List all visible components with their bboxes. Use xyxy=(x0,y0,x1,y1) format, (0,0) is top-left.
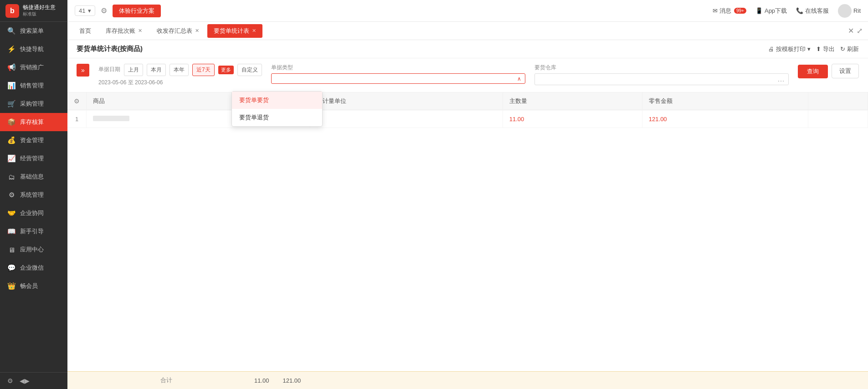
sidebar-item-finance[interactable]: 💰 资金管理 xyxy=(0,131,67,149)
export-action[interactable]: ⬆ 导出 xyxy=(816,45,835,53)
service-label: 在线客服 xyxy=(805,7,829,15)
sidebar-item-member[interactable]: 👑 畅会员 xyxy=(0,277,67,295)
tab-expand-icon[interactable]: ⤢ xyxy=(857,26,863,35)
type-input[interactable] xyxy=(275,75,517,82)
print-action[interactable]: 🖨 按模板打印 ▾ xyxy=(768,45,811,53)
export-icon: ⬆ xyxy=(816,46,821,52)
tab-label: 库存批次账 xyxy=(106,27,135,35)
topbar: 41 ▾ ⚙ 体验行业方案 ✉ 消息 99+ 📱 App下载 📞 在线客服 Ri… xyxy=(67,0,868,22)
sidebar: b 畅捷通好生意 标准版 🔍 搜索菜单 ⚡ 快捷导航 📢 营销推广 📊 销售管理… xyxy=(0,0,67,389)
product-name-placeholder xyxy=(93,116,129,121)
refresh-action[interactable]: ↻ 刷新 xyxy=(840,45,859,53)
system-icon: ⚙ xyxy=(7,191,15,199)
export-label: 导出 xyxy=(823,45,835,53)
data-table: ⚙ 商品 主计量单位 主数量 零售金额 1 块 xyxy=(67,92,868,128)
warehouse-dots-icon[interactable]: … xyxy=(777,75,785,83)
sidebar-item-marketing[interactable]: 📢 营销推广 xyxy=(0,58,67,77)
warehouse-input-row[interactable]: … xyxy=(534,73,789,85)
footer-amount: 121.00 xyxy=(283,377,301,384)
refresh-icon: ↻ xyxy=(840,46,845,52)
type-arrow-icon[interactable]: ∧ xyxy=(517,76,521,82)
tab-order-stat[interactable]: 要货单统计表 ✕ xyxy=(207,24,262,38)
warehouse-filter-label: 要货仓库 xyxy=(534,64,789,72)
sidebar-item-label: 库存核算 xyxy=(20,118,44,126)
topbar-settings-icon[interactable]: ⚙ xyxy=(101,6,107,15)
table-footer: 合计 11.00 121.00 xyxy=(67,371,868,389)
quicknav-icon: ⚡ xyxy=(7,45,15,53)
col-extra xyxy=(808,92,868,110)
filter-toggle-icon: » xyxy=(81,67,85,74)
guide-icon: 📖 xyxy=(7,227,15,235)
tab-home-label: 首页 xyxy=(79,27,91,35)
date-filter-group: 单据日期 上月 本月 本年 近7天 更多 自定义 2023-05-06 至 20… xyxy=(98,64,262,87)
sidebar-item-enterprise[interactable]: 🤝 企业协同 xyxy=(0,204,67,222)
user-item[interactable]: Rit xyxy=(838,4,861,18)
store-name: 41 xyxy=(79,7,85,14)
sidebar-item-operation[interactable]: 📈 经营管理 xyxy=(0,149,67,168)
row-quantity: 11.00 xyxy=(503,110,642,128)
tab-close-icon[interactable]: ✕ xyxy=(195,28,199,33)
row-amount: 121.00 xyxy=(642,110,808,128)
row-unit: 块 xyxy=(310,110,503,128)
logo-icon: b xyxy=(5,4,19,18)
sidebar-item-label: 快捷导航 xyxy=(20,45,44,53)
service-item[interactable]: 📞 在线客服 xyxy=(796,7,829,15)
query-button[interactable]: 查询 xyxy=(798,65,828,78)
filter-settings-button[interactable]: 设置 xyxy=(832,64,859,78)
tab-stock-batch[interactable]: 库存批次账 ✕ xyxy=(99,24,149,38)
sidebar-item-guide[interactable]: 📖 新手引导 xyxy=(0,222,67,241)
sidebar-item-system[interactable]: ⚙ 系统管理 xyxy=(0,186,67,204)
tab-close-icon[interactable]: ✕ xyxy=(138,28,142,33)
sidebar-item-appcenter[interactable]: 🖥 应用中心 xyxy=(0,241,67,259)
app-download-item[interactable]: 📱 App下载 xyxy=(755,7,787,15)
tab-close-icon[interactable]: ✕ xyxy=(252,28,256,33)
promo-button[interactable]: 体验行业方案 xyxy=(113,5,161,17)
type-dropdown: 要货单要货 要货单退货 xyxy=(231,91,323,127)
sidebar-item-inventory[interactable]: 📦 库存核算 xyxy=(0,113,67,131)
filter-bar: » 单据日期 上月 本月 本年 近7天 更多 自定义 2023-05-06 至 … xyxy=(67,58,868,92)
purchase-icon: 🛒 xyxy=(7,100,15,108)
sidebar-item-sales[interactable]: 📊 销售管理 xyxy=(0,77,67,95)
sidebar-item-basicinfo[interactable]: 🗂 基础信息 xyxy=(0,168,67,186)
filter-toggle-button[interactable]: » xyxy=(77,64,89,77)
col-quantity: 主数量 xyxy=(503,92,642,110)
sidebar-item-label: 企业协同 xyxy=(20,209,44,217)
sidebar-item-wechat[interactable]: 💬 企业微信 xyxy=(0,259,67,277)
sidebar-item-label: 新手引导 xyxy=(20,227,44,235)
avatar xyxy=(838,4,852,18)
dropdown-item-0[interactable]: 要货单要货 xyxy=(232,92,322,109)
appcenter-icon: 🖥 xyxy=(7,246,15,254)
member-icon: 👑 xyxy=(7,282,15,290)
date-btn-custom[interactable]: 自定义 xyxy=(237,64,262,76)
warehouse-input[interactable] xyxy=(539,76,777,83)
sidebar-item-purchase[interactable]: 🛒 采购管理 xyxy=(0,95,67,113)
type-input-row[interactable]: ∧ xyxy=(271,73,525,84)
sidebar-item-label: 搜索菜单 xyxy=(20,27,44,35)
app-download-icon: 📱 xyxy=(755,7,763,14)
date-more-button[interactable]: 更多 xyxy=(218,66,234,74)
tab-label: 收发存汇总表 xyxy=(157,27,192,35)
wechat-icon: 💬 xyxy=(7,264,15,272)
sidebar-item-label: 资金管理 xyxy=(20,136,44,144)
search-icon: 🔍 xyxy=(7,27,15,35)
date-btn-thismonth[interactable]: 本月 xyxy=(147,64,166,76)
tab-home[interactable]: 首页 xyxy=(73,24,98,38)
date-btn-lastmonth[interactable]: 上月 xyxy=(124,64,143,76)
marketing-icon: 📢 xyxy=(7,63,15,72)
type-filter-label: 单据类型 xyxy=(271,64,525,72)
warehouse-filter-group: 要货仓库 … xyxy=(534,64,789,85)
store-selector[interactable]: 41 ▾ xyxy=(75,5,95,16)
row-index: 1 xyxy=(67,110,87,128)
sidebar-item-search[interactable]: 🔍 搜索菜单 xyxy=(0,22,67,40)
settings-footer-icon[interactable]: ⚙ xyxy=(7,377,13,384)
date-btn-7days[interactable]: 近7天 xyxy=(192,64,215,76)
date-btn-thisyear[interactable]: 本年 xyxy=(169,64,189,76)
dropdown-item-1[interactable]: 要货单退货 xyxy=(232,109,322,126)
topbar-right: ✉ 消息 99+ 📱 App下载 📞 在线客服 Rit xyxy=(713,4,861,18)
collapse-icon[interactable]: ◀▶ xyxy=(20,377,30,384)
tab-summary[interactable]: 收发存汇总表 ✕ xyxy=(150,24,205,38)
tab-close-all-icon[interactable]: ✕ xyxy=(848,26,854,35)
message-item[interactable]: ✉ 消息 99+ xyxy=(713,7,746,15)
table-settings-icon[interactable]: ⚙ xyxy=(74,97,80,105)
sidebar-item-quicknav[interactable]: ⚡ 快捷导航 xyxy=(0,40,67,58)
